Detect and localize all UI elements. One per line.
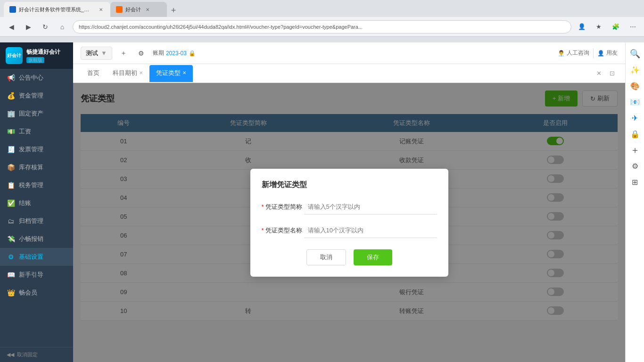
sidebar-item-salary[interactable]: 💵 工资	[0, 123, 73, 140]
user-button[interactable]: 👤 用友	[597, 49, 618, 57]
name-input[interactable]	[304, 223, 437, 238]
sidebar-item-guide[interactable]: 📖 新手引导	[0, 266, 73, 284]
sidebar-label-capital: 资金管理	[19, 91, 43, 100]
app-container: 好会计 畅捷通好会计 旗舰版 📢 公告中心 💰 资金管理 🏢 固定资产 💵 工资	[0, 42, 644, 362]
rp-search[interactable]: 🔍	[627, 46, 643, 61]
sidebar-item-member[interactable]: 👑 畅会员	[0, 284, 73, 302]
inventory-icon: 📦	[7, 163, 15, 172]
sidebar: 好会计 畅捷通好会计 旗舰版 📢 公告中心 💰 资金管理 🏢 固定资产 💵 工资	[0, 42, 73, 362]
modal-overlay: 新增凭证类型 凭证类型简称 凭证类型名称 取消 保存	[73, 83, 625, 362]
app-header: 测试 ▼ ＋ ⚙ 账期 2023-03 🔒 👨‍💼 人工咨询 👤 用友	[73, 42, 625, 64]
save-button[interactable]: 保存	[354, 249, 392, 265]
settings-icon: ⚙	[7, 253, 15, 261]
browser-favorites[interactable]: ★	[592, 20, 605, 33]
member-icon: 👑	[7, 288, 15, 297]
tab-favicon-2	[116, 6, 123, 13]
back-button[interactable]: ◀	[5, 20, 18, 33]
sidebar-item-notice[interactable]: 📢 公告中心	[0, 69, 73, 87]
tab-fullscreen-button[interactable]: ⊡	[606, 68, 618, 79]
sidebar-label-member: 畅会员	[19, 288, 37, 297]
sidebar-label-checkout: 结账	[19, 199, 31, 207]
sidebar-logo: 好会计 畅捷通好会计 旗舰版	[0, 42, 73, 69]
tax-icon: 📋	[7, 181, 15, 189]
rp-palette[interactable]: 🎨	[627, 78, 643, 93]
company-name: 测试	[86, 49, 98, 58]
name-label: 凭证类型名称	[262, 226, 304, 235]
tab-2[interactable]: 好会计 ✕	[110, 2, 167, 17]
cancel-button[interactable]: 取消	[306, 249, 346, 265]
expense-icon: 💸	[7, 235, 15, 243]
rp-grid[interactable]: ⊞	[627, 174, 643, 189]
forward-button[interactable]: ▶	[22, 20, 35, 33]
logo-icon: 好会计	[6, 47, 23, 64]
sidebar-label-settings: 基础设置	[19, 253, 43, 261]
modal-title: 新增凭证类型	[262, 180, 437, 190]
browser-extensions[interactable]: 🧩	[609, 20, 622, 33]
tab-subject-close[interactable]: ✕	[139, 70, 143, 75]
company-selector[interactable]: 测试 ▼	[81, 47, 112, 60]
sidebar-item-inventory[interactable]: 📦 库存核算	[0, 158, 73, 176]
address-text: https://cloud2.chanjet.com/accounting/uh…	[79, 24, 363, 30]
sidebar-label-invoice: 发票管理	[19, 145, 43, 154]
home-button[interactable]: ⌂	[56, 20, 69, 33]
archive-icon: 🗂	[7, 217, 15, 225]
sidebar-item-capital[interactable]: 💰 资金管理	[0, 87, 73, 105]
sidebar-item-checkout[interactable]: ✅ 结账	[0, 194, 73, 212]
right-panel: 🔍 ✨ 🎨 📧 ✈ 🔒 ＋ ⚙ ⊞	[625, 42, 644, 362]
sidebar-label-salary: 工资	[19, 127, 31, 136]
sidebar-item-fixed[interactable]: 🏢 固定资产	[0, 105, 73, 123]
rp-add[interactable]: ＋	[627, 142, 643, 157]
tab-voucher-type[interactable]: 凭证类型 ✕	[149, 65, 193, 82]
browser-more[interactable]: ⋯	[626, 20, 639, 33]
tab-subject[interactable]: 科目期初 ✕	[106, 65, 149, 82]
form-item-short: 凭证类型简称	[262, 199, 437, 214]
browser-controls: ◀ ▶ ↻ ⌂ https://cloud2.chanjet.com/accou…	[0, 17, 644, 37]
salary-icon: 💵	[7, 127, 15, 136]
new-tab-button[interactable]: +	[167, 4, 180, 17]
sidebar-footer[interactable]: ◀◀ 取消固定	[0, 347, 73, 362]
footer-label: 取消固定	[17, 351, 38, 358]
sidebar-item-settings[interactable]: ⚙ 基础设置	[0, 248, 73, 266]
tab-title-2: 好会计	[125, 6, 141, 13]
tabs-expand: ✕ ⊡	[593, 68, 618, 79]
sidebar-item-expense[interactable]: 💸 小畅报销	[0, 230, 73, 248]
sidebar-label-archive: 归档管理	[19, 217, 43, 225]
browser-profile[interactable]: 👤	[575, 20, 588, 33]
header-divider	[593, 49, 594, 58]
address-bar[interactable]: https://cloud2.chanjet.com/accounting/uh…	[73, 20, 571, 33]
header-actions: 👨‍💼 人工咨询 👤 用友	[558, 49, 618, 58]
tab-home-label: 首页	[87, 69, 99, 77]
sidebar-label-expense: 小畅报销	[19, 235, 43, 243]
notice-icon: 📢	[7, 74, 15, 82]
refresh-button[interactable]: ↻	[39, 20, 52, 33]
sidebar-item-archive[interactable]: 🗂 归档管理	[0, 212, 73, 230]
rp-edge[interactable]: ✈	[627, 110, 643, 125]
rp-outlook[interactable]: 📧	[627, 94, 643, 109]
tab-1[interactable]: 好会计云财务软件管理系统_会计 ✕	[4, 2, 110, 17]
consultant-button[interactable]: 👨‍💼 人工咨询	[558, 49, 589, 57]
rp-settings[interactable]: ⚙	[627, 158, 643, 173]
invoice-icon: 🧾	[7, 145, 15, 154]
short-input[interactable]	[304, 199, 437, 214]
form-item-name: 凭证类型名称	[262, 223, 437, 238]
tab-close-2[interactable]: ✕	[144, 6, 151, 13]
main-content: 测试 ▼ ＋ ⚙ 账期 2023-03 🔒 👨‍💼 人工咨询 👤 用友	[73, 42, 625, 362]
header-add-button[interactable]: ＋	[117, 47, 130, 60]
consultant-label: 人工咨询	[567, 49, 589, 57]
header-settings-button[interactable]: ⚙	[135, 47, 148, 60]
sidebar-item-tax[interactable]: 📋 税务管理	[0, 176, 73, 194]
page-content: 凭证类型 + 新增 ↻ 刷新 编号 凭证类型简称 凭证类型名称 是否启用	[73, 83, 625, 362]
tab-voucher-label: 凭证类型	[156, 69, 181, 77]
logo-text: 畅捷通好会计 旗舰版	[26, 48, 60, 64]
tab-voucher-close[interactable]: ✕	[182, 70, 186, 75]
rp-teams[interactable]: 🔒	[627, 126, 643, 141]
tab-close-1[interactable]: ✕	[97, 6, 105, 13]
sidebar-label-inventory: 库存核算	[19, 163, 43, 172]
tab-collapse-button[interactable]: ✕	[593, 68, 604, 79]
tab-home[interactable]: 首页	[81, 65, 106, 82]
rp-star[interactable]: ✨	[627, 62, 643, 77]
tab-bar: 好会计云财务软件管理系统_会计 ✕ 好会计 ✕ +	[0, 0, 644, 17]
consultant-icon: 👨‍💼	[558, 50, 565, 57]
period-label: 账期	[153, 49, 164, 57]
sidebar-item-invoice[interactable]: 🧾 发票管理	[0, 140, 73, 158]
